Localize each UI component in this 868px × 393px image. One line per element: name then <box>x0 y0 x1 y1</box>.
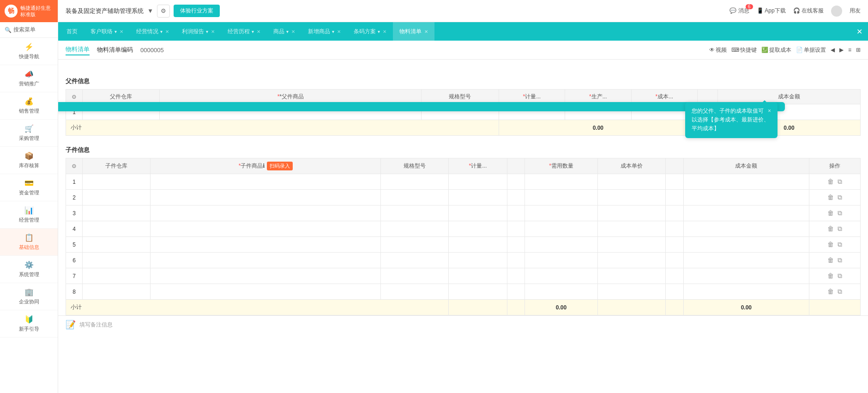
child-row-7-delete-icon[interactable]: 🗑 <box>827 272 834 280</box>
child-row-8-goods[interactable] <box>151 284 381 300</box>
nav-prev-btn[interactable]: ◀ <box>831 47 835 53</box>
nav-tab-operation-status[interactable]: 经营情况▾✕ <box>130 22 175 41</box>
tab-dropdown-icon[interactable]: ▾ <box>378 29 380 34</box>
child-row-3-unit[interactable] <box>449 206 507 221</box>
sidebar-item-quick-nav[interactable]: ⚡快捷导航 <box>0 38 58 65</box>
child-row-5-warehouse[interactable] <box>83 237 151 253</box>
settings-btn[interactable]: ⚙ <box>157 5 170 18</box>
sidebar-item-system[interactable]: ⚙️系统管理 <box>0 256 58 283</box>
child-row-4-delete-icon[interactable]: 🗑 <box>827 225 834 233</box>
scan-input-btn[interactable]: 扫码录入 <box>267 162 293 170</box>
child-row-8-spec[interactable] <box>381 284 449 300</box>
message-btn[interactable]: 💬 消息 6 <box>729 7 749 15</box>
child-row-4-copy-icon[interactable]: ⧉ <box>838 225 842 233</box>
child-row-8-warehouse[interactable] <box>83 284 151 300</box>
child-row-1-unit[interactable] <box>449 174 507 190</box>
child-row-2-qty[interactable] <box>525 190 598 206</box>
child-row-4-goods[interactable] <box>151 221 381 237</box>
child-row-1-goods[interactable] <box>151 174 381 190</box>
child-row-2-copy-icon[interactable]: ⧉ <box>838 193 842 201</box>
expand-btn[interactable]: ⊞ <box>856 47 861 53</box>
tab-close-icon[interactable]: ✕ <box>165 29 169 34</box>
child-row-7-unit[interactable] <box>449 268 507 284</box>
nav-tab-home[interactable]: 首页 <box>60 22 84 41</box>
close-all-tabs-btn[interactable]: ✕ <box>853 27 866 36</box>
child-row-3-qty[interactable] <box>525 206 598 221</box>
child-row-1-copy-icon[interactable]: ⧉ <box>838 178 842 186</box>
tab-dropdown-icon[interactable]: ▾ <box>286 29 289 34</box>
sidebar-item-purchase[interactable]: 🛒采购管理 <box>0 120 58 147</box>
sidebar-item-guide[interactable]: 🔰新手引导 <box>0 310 58 338</box>
nav-tab-goods[interactable]: 商品▾✕ <box>267 22 301 41</box>
sidebar-item-basic-info[interactable]: 📋基础信息 <box>0 229 58 256</box>
tab-close-icon[interactable]: ✕ <box>257 29 260 34</box>
system-dropdown-btn[interactable]: ▼ <box>147 7 153 14</box>
view-btn[interactable]: 👁 视频 <box>709 46 727 54</box>
child-row-2-goods[interactable] <box>151 190 381 206</box>
child-row-5-unit[interactable] <box>449 237 507 253</box>
tab-dropdown-icon[interactable]: ▾ <box>160 29 163 34</box>
child-row-4-qty[interactable] <box>525 221 598 237</box>
child-row-3-warehouse[interactable] <box>83 206 151 221</box>
child-row-8-unit[interactable] <box>449 284 507 300</box>
child-row-7-goods[interactable] <box>151 268 381 284</box>
child-row-8-delete-icon[interactable]: 🗑 <box>827 288 834 296</box>
child-row-2-unit[interactable] <box>449 190 507 206</box>
child-row-5-delete-icon[interactable]: 🗑 <box>827 241 834 248</box>
child-row-2-delete-icon[interactable]: 🗑 <box>827 193 834 201</box>
child-row-4-spec[interactable] <box>381 221 449 237</box>
cost-btn[interactable]: 💹 提取成本 <box>761 46 791 54</box>
tab-close-icon[interactable]: ✕ <box>424 29 428 34</box>
sidebar-item-inventory[interactable]: 📦库存核算 <box>0 147 58 174</box>
tab-dropdown-icon[interactable]: ▾ <box>206 29 208 34</box>
child-row-5-qty[interactable] <box>525 237 598 253</box>
app-download-btn[interactable]: 📱 App下载 <box>757 7 786 15</box>
child-row-6-unit[interactable] <box>449 253 507 268</box>
tab-close-icon[interactable]: ✕ <box>337 29 341 34</box>
tab-close-icon[interactable]: ✕ <box>383 29 386 34</box>
child-row-8-qty[interactable] <box>525 284 598 300</box>
child-row-6-copy-icon[interactable]: ⧉ <box>838 256 842 264</box>
child-row-8-copy-icon[interactable]: ⧉ <box>838 288 842 296</box>
sidebar-item-finance[interactable]: 💳资金管理 <box>0 174 58 201</box>
child-row-1-spec[interactable] <box>381 174 449 190</box>
tab-close-icon[interactable]: ✕ <box>211 29 215 34</box>
tooltip-close-btn[interactable]: × <box>768 107 771 115</box>
nav-tab-add-goods[interactable]: 新增商品▾✕ <box>301 22 347 41</box>
child-row-1-qty[interactable] <box>525 174 598 190</box>
child-row-4-warehouse[interactable] <box>83 221 151 237</box>
tab-dropdown-icon[interactable]: ▾ <box>115 29 117 34</box>
sidebar-item-enterprise[interactable]: 🏢企业协同 <box>0 283 58 310</box>
child-row-5-goods[interactable] <box>151 237 381 253</box>
sidebar-item-sales[interactable]: 💰销售管理 <box>0 92 58 120</box>
tab-close-icon[interactable]: ✕ <box>120 29 123 34</box>
nav-next-btn[interactable]: ▶ <box>839 47 844 53</box>
online-service-btn[interactable]: 🎧 在线客服 <box>793 7 824 15</box>
sidebar-item-operation[interactable]: 📊经营管理 <box>0 201 58 229</box>
child-row-7-qty[interactable] <box>525 268 598 284</box>
child-th-settings[interactable]: ⚙ <box>66 158 83 174</box>
child-row-6-warehouse[interactable] <box>83 253 151 268</box>
child-row-5-copy-icon[interactable]: ⧉ <box>838 241 842 248</box>
child-row-6-goods[interactable] <box>151 253 381 268</box>
child-row-6-qty[interactable] <box>525 253 598 268</box>
child-row-6-spec[interactable] <box>381 253 449 268</box>
child-row-3-delete-icon[interactable]: 🗑 <box>827 209 834 217</box>
sidebar-item-marketing[interactable]: 📣营销推广 <box>0 65 58 92</box>
tab-dropdown-icon[interactable]: ▾ <box>332 29 334 34</box>
child-row-7-spec[interactable] <box>381 268 449 284</box>
child-row-5-spec[interactable] <box>381 237 449 253</box>
note-placeholder[interactable]: 填写备注信息 <box>79 321 113 329</box>
child-row-4-unit[interactable] <box>449 221 507 237</box>
nav-tab-bom[interactable]: 物料清单✕ <box>393 22 434 41</box>
child-row-3-copy-icon[interactable]: ⧉ <box>838 209 842 217</box>
nav-tab-profit-report[interactable]: 利润报告▾✕ <box>175 22 221 41</box>
trial-btn[interactable]: 体验行业方案 <box>174 5 220 17</box>
nav-tab-operation-history[interactable]: 经营历程▾✕ <box>221 22 267 41</box>
child-row-7-copy-icon[interactable]: ⧉ <box>838 272 842 280</box>
view-mode-btn[interactable]: ≡ <box>848 47 851 53</box>
nav-tab-barcode[interactable]: 条码方案▾✕ <box>347 22 393 41</box>
child-row-1-delete-icon[interactable]: 🗑 <box>827 178 834 186</box>
nav-tab-customer[interactable]: 客户联络▾✕ <box>84 22 130 41</box>
child-row-2-spec[interactable] <box>381 190 449 206</box>
